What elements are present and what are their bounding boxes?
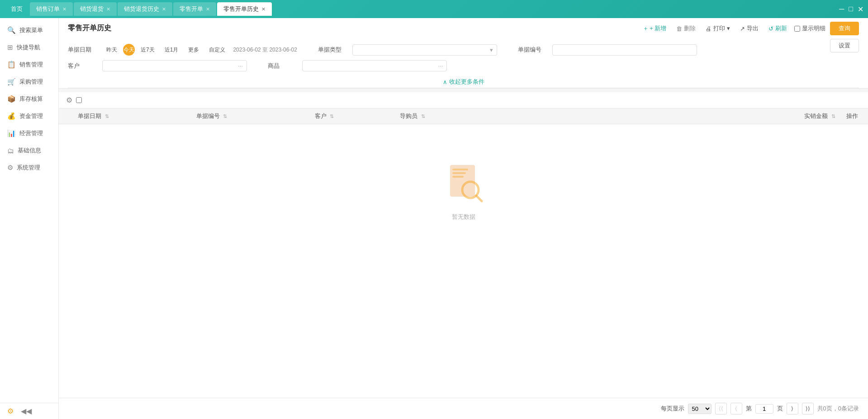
th-amount[interactable]: 实销金额 ⇅ xyxy=(722,108,841,124)
add-icon: ＋ xyxy=(643,24,649,33)
date-yesterday[interactable]: 昨天 xyxy=(102,45,121,55)
goods-label: 商品 xyxy=(268,62,295,70)
sidebar-collapse-icon[interactable]: ◀◀ xyxy=(21,407,32,415)
tab-sales-return-history-close[interactable]: ✕ xyxy=(162,6,166,12)
first-page-btn[interactable]: ⟨⟨ xyxy=(715,403,727,414)
page-label: 页 xyxy=(777,405,783,413)
date-custom[interactable]: 自定义 xyxy=(205,45,229,55)
table-area: ⚙ 单据日期 ⇅ 单据编号 ⇅ xyxy=(59,92,868,398)
date-label: 单据日期 xyxy=(68,46,95,54)
date-7days[interactable]: 近7天 xyxy=(137,45,159,55)
sidebar-item-system-mgmt[interactable]: ⚙ 系统管理 xyxy=(0,159,58,176)
page-number-input[interactable] xyxy=(755,404,773,414)
table-settings-icon[interactable]: ⚙ xyxy=(66,96,72,104)
select-all-checkbox[interactable] xyxy=(76,97,82,103)
pagination: 每页显示 50 10 20 100 ⟨⟨ ⟨ 第 页 ⟩ ⟩⟩ 共0页，0条记录 xyxy=(59,398,868,419)
sidebar-item-basic-info[interactable]: 🗂 基础信息 xyxy=(0,142,58,159)
sidebar: 🔍 搜索菜单 ⊞ 快捷导航 📋 销售管理 🛒 采购管理 📦 库存核算 💰 资金管… xyxy=(0,18,59,419)
svg-rect-1 xyxy=(452,169,468,170)
table-header: 单据日期 ⇅ 单据编号 ⇅ 客户 ⇅ 导购员 ⇅ xyxy=(59,108,868,124)
print-button[interactable]: 🖨 打印 ▾ xyxy=(703,23,733,34)
query-button[interactable]: 查询 xyxy=(830,22,859,35)
inventory-icon: 📦 xyxy=(7,95,16,103)
settings-button[interactable]: 设置 xyxy=(830,39,859,52)
tab-retail-open-history-label: 零售开单历史 xyxy=(223,5,259,13)
total-info: 共0页，0条记录 xyxy=(817,405,859,413)
number-label: 单据编号 xyxy=(518,46,545,54)
tab-sales-order[interactable]: 销售订单 ✕ xyxy=(30,2,73,16)
tab-sales-return-history[interactable]: 销货退货历史 ✕ xyxy=(118,2,172,16)
th-operation-label: 操作 xyxy=(846,113,858,119)
th-customer-sort: ⇅ xyxy=(330,113,334,119)
empty-illustration xyxy=(441,160,486,206)
svg-line-5 xyxy=(476,196,482,201)
next-page-btn[interactable]: ⟩ xyxy=(787,403,798,414)
last-page-btn[interactable]: ⟩⟩ xyxy=(802,403,814,414)
tab-sales-order-close[interactable]: ✕ xyxy=(62,6,66,12)
operations-icon: 📊 xyxy=(7,129,16,137)
sidebar-item-purchase-mgmt[interactable]: 🛒 采购管理 xyxy=(0,73,58,90)
export-button[interactable]: ↗ 导出 xyxy=(737,23,761,34)
refresh-button[interactable]: ↺ 刷新 xyxy=(766,23,790,34)
customer-input[interactable]: ··· xyxy=(102,60,247,71)
tab-retail-open-close[interactable]: ✕ xyxy=(206,6,210,12)
sidebar-search-label: 搜索菜单 xyxy=(19,26,43,34)
th-number-label: 单据编号 xyxy=(196,113,220,119)
sidebar-item-search[interactable]: 🔍 搜索菜单 xyxy=(0,22,58,39)
sidebar-finance-label: 资金管理 xyxy=(19,112,43,120)
minimize-icon[interactable]: ─ xyxy=(839,5,844,14)
sidebar-settings-icon[interactable]: ⚙ xyxy=(7,407,14,415)
prev-page-btn[interactable]: ⟨ xyxy=(730,403,742,414)
table-toolbar: ⚙ xyxy=(59,92,868,108)
finance-icon: 💰 xyxy=(7,112,16,120)
delete-button[interactable]: 🗑 删除 xyxy=(674,23,698,34)
refresh-icon: ↺ xyxy=(768,25,773,32)
filter-row-2: 客户 ··· 商品 ··· xyxy=(68,60,859,71)
page-word: 第 xyxy=(746,405,752,413)
tab-home-label: 首页 xyxy=(11,5,23,13)
toolbar-right: ＋ + 新增 🗑 删除 🖨 打印 ▾ ↗ xyxy=(640,23,859,52)
date-more[interactable]: 更多 xyxy=(184,45,203,55)
type-select[interactable]: ▾ xyxy=(352,44,497,56)
tab-retail-open-history-close[interactable]: ✕ xyxy=(261,6,266,12)
sidebar-item-finance[interactable]: 💰 资金管理 xyxy=(0,108,58,125)
th-date[interactable]: 单据日期 ⇅ xyxy=(72,108,191,124)
tab-retail-open-history[interactable]: 零售开单历史 ✕ xyxy=(217,2,272,16)
sidebar-bottom: ⚙ ◀◀ xyxy=(0,403,58,419)
svg-rect-3 xyxy=(452,176,464,178)
th-salesperson[interactable]: 导购员 ⇅ xyxy=(394,108,496,124)
print-icon: 🖨 xyxy=(706,25,711,32)
sidebar-inventory-label: 库存核算 xyxy=(19,95,43,103)
goods-dots: ··· xyxy=(438,62,443,69)
th-number[interactable]: 单据编号 ⇅ xyxy=(191,108,309,124)
type-select-arrow: ▾ xyxy=(490,47,493,53)
show-detail-checkbox[interactable] xyxy=(794,26,800,32)
th-customer[interactable]: 客户 ⇅ xyxy=(309,108,394,124)
sidebar-operations-label: 经营管理 xyxy=(19,129,43,137)
tab-sales-return[interactable]: 销货退货 ✕ xyxy=(74,2,117,16)
date-1month[interactable]: 近1月 xyxy=(161,45,183,55)
tab-sales-return-label: 销货退货 xyxy=(80,5,104,13)
th-date-label: 单据日期 xyxy=(78,113,101,119)
close-icon[interactable]: ✕ xyxy=(858,5,863,14)
content-area: 零售开单历史 ＋ + 新增 🗑 删除 🖨 打印 ▾ xyxy=(59,18,868,419)
goods-input[interactable]: ··· xyxy=(302,60,447,71)
tab-sales-return-close[interactable]: ✕ xyxy=(106,6,110,12)
collapse-button[interactable]: ∧ 收起更多条件 xyxy=(68,76,859,88)
export-icon: ↗ xyxy=(740,25,745,32)
sidebar-sales-mgmt-label: 销售管理 xyxy=(19,61,43,69)
per-page-label: 每页显示 xyxy=(661,405,684,413)
svg-rect-2 xyxy=(452,172,466,174)
tab-retail-open[interactable]: 零售开单 ✕ xyxy=(173,2,216,16)
sidebar-item-operations[interactable]: 📊 经营管理 xyxy=(0,125,58,142)
sidebar-item-quick-nav[interactable]: ⊞ 快捷导航 xyxy=(0,39,58,56)
sidebar-item-sales-mgmt[interactable]: 📋 销售管理 xyxy=(0,56,58,73)
tab-home[interactable]: 首页 xyxy=(5,2,29,16)
per-page-select[interactable]: 50 10 20 100 xyxy=(688,404,711,414)
purchase-mgmt-icon: 🛒 xyxy=(7,78,16,86)
add-button[interactable]: ＋ + 新增 xyxy=(640,23,669,34)
sidebar-item-inventory[interactable]: 📦 库存核算 xyxy=(0,90,58,108)
date-today[interactable]: 今天 xyxy=(123,44,135,56)
show-detail-checkbox-label[interactable]: 显示明细 xyxy=(794,24,825,33)
maximize-icon[interactable]: □ xyxy=(849,5,853,14)
